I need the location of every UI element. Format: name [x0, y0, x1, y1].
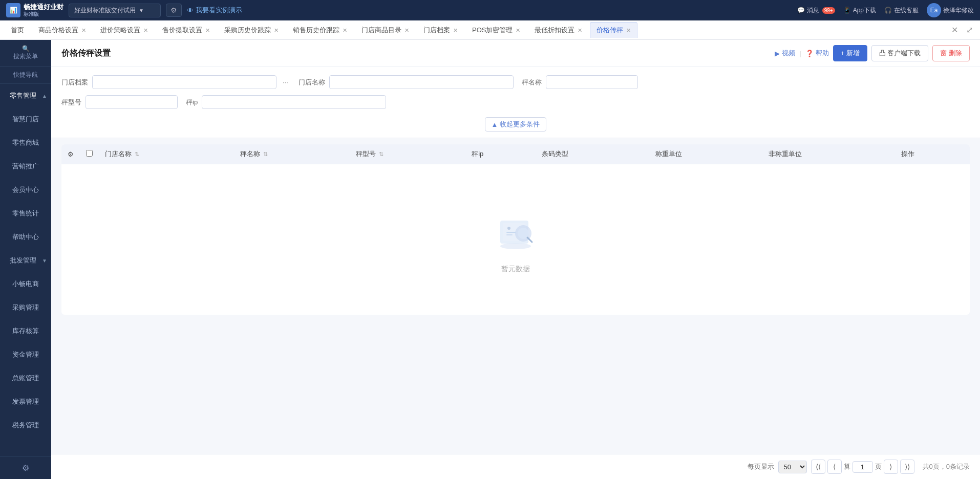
tab-price-settings-close[interactable]: ✕	[81, 27, 86, 34]
settings-icon[interactable]: ⚙	[68, 150, 74, 158]
download-button[interactable]: 凸 客户端下载	[871, 45, 929, 61]
tab-store-files[interactable]: 门店档案 ✕	[417, 22, 464, 38]
online-service-button[interactable]: 🎧 在线客服	[884, 6, 919, 15]
table-header-scale-ip-label: 秤ip	[472, 150, 483, 158]
demo-button[interactable]: 👁 我要看实例演示	[187, 6, 242, 15]
collapse-button[interactable]: ▲ 收起更多条件	[485, 117, 547, 132]
tab-sale-history-close[interactable]: ✕	[343, 27, 347, 34]
page-prev-button[interactable]: ⟨	[827, 460, 842, 474]
table-select-all-checkbox[interactable]	[86, 150, 93, 157]
sidebar-item-ecommerce[interactable]: 小畅电商	[0, 272, 51, 296]
sidebar-item-marketing-label: 营销推广	[4, 162, 47, 171]
sidebar-item-retail-label: 零售管理	[4, 91, 42, 100]
tab-purchase-strategy-close[interactable]: ✕	[143, 27, 148, 34]
video-button[interactable]: ▶ 视频	[775, 49, 795, 58]
sidebar-item-marketing[interactable]: 营销推广	[0, 155, 51, 178]
sidebar-item-inventory[interactable]: 库存核算	[0, 319, 51, 343]
filter-store-file-input[interactable]	[92, 75, 276, 89]
page-nav: ⟨⟨ ⟨ 算 页 ⟩ ⟩⟩	[811, 460, 914, 474]
table-header-action: 操作	[895, 144, 970, 164]
sidebar-item-purchase[interactable]: 采购管理	[0, 296, 51, 319]
page-first-button[interactable]: ⟨⟨	[811, 460, 825, 474]
sidebar-item-retail-stats-label: 零售统计	[4, 209, 47, 218]
tab-store-catalog[interactable]: 门店商品目录 ✕	[355, 22, 416, 38]
tab-expand-button[interactable]: ⤢	[963, 23, 976, 37]
page-number-input[interactable]	[853, 461, 873, 473]
tab-close-button[interactable]: ✕	[948, 23, 961, 37]
tab-home[interactable]: 首页	[4, 22, 31, 38]
tab-sale-extract[interactable]: 售价提取设置 ✕	[156, 22, 217, 38]
delete-button[interactable]: 窗 删除	[932, 45, 970, 61]
tab-price-settings[interactable]: 商品价格设置 ✕	[32, 22, 93, 38]
tab-purchase-history[interactable]: 采购历史价跟踪 ✕	[218, 22, 285, 38]
sidebar-settings-button[interactable]: ⚙	[0, 456, 51, 479]
sort-scale-model-icon[interactable]: ⇅	[379, 151, 384, 157]
table-col-settings: ⚙	[61, 144, 80, 164]
demo-icon: 👁	[187, 7, 194, 14]
help-button[interactable]: ❓ 帮助	[805, 49, 829, 58]
filter-scale-model-input[interactable]	[86, 95, 178, 109]
tab-purchase-strategy-label: 进价策略设置	[100, 26, 140, 35]
filter-actions-row: ▲ 收起更多条件	[61, 115, 970, 134]
tab-home-label: 首页	[11, 26, 24, 35]
online-service-label: 在线客服	[894, 6, 919, 15]
add-button[interactable]: + 新增	[833, 45, 867, 61]
tab-min-discount[interactable]: 最低折扣设置 ✕	[528, 22, 589, 38]
tab-price-scale[interactable]: 价格传秤 ✕	[590, 22, 637, 38]
sidebar-item-finance-label: 资金管理	[4, 350, 47, 359]
filter-store-name-input[interactable]	[329, 75, 514, 89]
version-select[interactable]: 好业财标准版交付试用 ▼	[69, 4, 161, 17]
user-profile-button[interactable]: Ea 徐泽华修改	[927, 3, 974, 17]
data-table: ⚙ 门店名称 ⇅ 秤名称 ⇅	[61, 144, 970, 315]
sidebar-quick-nav-label: 快捷导航	[13, 71, 38, 78]
separator: |	[799, 50, 801, 57]
page-label: 算	[844, 462, 850, 471]
filter-scale-name-input[interactable]	[546, 75, 638, 89]
filter-store-file: 门店档案 ···	[61, 75, 290, 89]
sidebar-item-retail-stats[interactable]: 零售统计	[0, 202, 51, 225]
svg-point-6	[507, 227, 510, 230]
top-settings-button[interactable]: ⚙	[166, 4, 182, 17]
tab-price-scale-close[interactable]: ✕	[626, 27, 631, 34]
download-label: 凸 客户端下载	[879, 49, 921, 58]
content-area: 价格传秤设置 ▶ 视频 | ❓ 帮助 + 新增 凸 客户端下载 窗	[51, 40, 980, 479]
sidebar-item-invoice[interactable]: 发票管理	[0, 390, 51, 413]
sidebar-item-retail[interactable]: 零售管理 ▲	[0, 84, 51, 107]
sidebar-item-retail-mall[interactable]: 零售商城	[0, 131, 51, 155]
app-subtitle: 标准版	[24, 11, 63, 17]
per-page-select[interactable]: 50 10 20 100	[778, 461, 807, 473]
sidebar-item-help[interactable]: 帮助中心	[0, 225, 51, 249]
collapse-icon: ▲	[492, 121, 498, 128]
empty-text: 暂元数据	[501, 265, 530, 274]
tab-store-catalog-close[interactable]: ✕	[404, 27, 409, 34]
tab-pos-management[interactable]: POS加密管理 ✕	[465, 22, 527, 38]
tab-purchase-strategy[interactable]: 进价策略设置 ✕	[94, 22, 155, 38]
filter-store-file-ellipsis[interactable]: ···	[281, 78, 290, 86]
tab-pos-management-close[interactable]: ✕	[516, 27, 520, 34]
sidebar-item-finance[interactable]: 资金管理	[0, 343, 51, 366]
page-last-button[interactable]: ⟩⟩	[900, 460, 914, 474]
filter-scale-ip-input[interactable]	[202, 95, 386, 109]
sidebar-item-member-label: 会员中心	[4, 185, 47, 194]
sidebar-item-member[interactable]: 会员中心	[0, 178, 51, 202]
sidebar-item-wholesale[interactable]: 批发管理 ▼	[0, 249, 51, 272]
sidebar-item-tax-label: 税务管理	[4, 421, 47, 430]
tab-sale-history[interactable]: 销售历史价跟踪 ✕	[286, 22, 354, 38]
sidebar-item-smart-store[interactable]: 智慧门店	[0, 107, 51, 131]
tab-min-discount-close[interactable]: ✕	[578, 27, 582, 34]
svg-point-0	[500, 243, 531, 249]
tab-store-files-close[interactable]: ✕	[453, 27, 458, 34]
sidebar-quick-nav[interactable]: 快捷导航	[0, 67, 51, 84]
tab-purchase-history-close[interactable]: ✕	[274, 27, 279, 34]
tab-sale-extract-close[interactable]: ✕	[205, 27, 210, 34]
page-next-button[interactable]: ⟩	[884, 460, 898, 474]
tab-store-files-label: 门店档案	[423, 26, 450, 35]
sort-scale-name-icon[interactable]: ⇅	[263, 151, 268, 157]
messages-button[interactable]: 💬 消息 99+	[797, 6, 835, 15]
messages-badge: 99+	[822, 7, 835, 14]
sort-store-name-icon[interactable]: ⇅	[135, 151, 139, 157]
app-download-button[interactable]: 📱 App下载	[843, 6, 876, 15]
sidebar-item-tax[interactable]: 税务管理	[0, 413, 51, 437]
sidebar-item-general-ledger[interactable]: 总账管理	[0, 366, 51, 390]
sidebar-search[interactable]: 🔍 搜索菜单	[0, 40, 51, 67]
